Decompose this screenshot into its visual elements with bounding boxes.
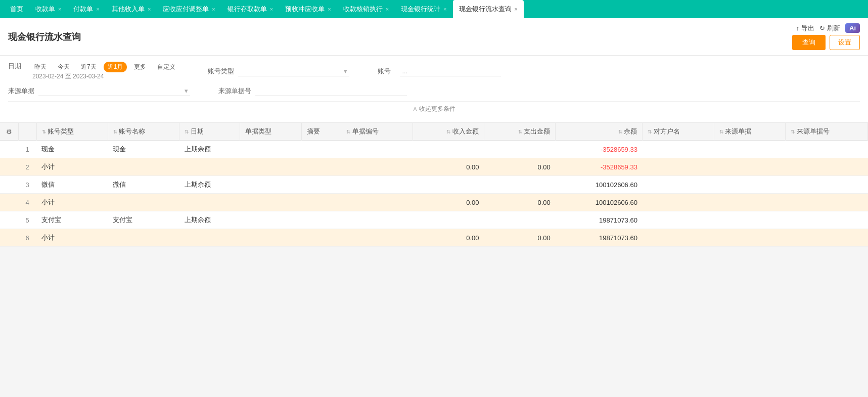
cell-income — [413, 176, 484, 194]
cell-checkbox — [0, 158, 18, 176]
header-actions-row: ↑ 导出 ↻ 刷新 Ai — [796, 23, 860, 33]
source-doc-select[interactable]: ▾ — [38, 86, 190, 96]
cell-account-name — [108, 229, 179, 247]
account-type-filter-group: 账号类型 ▾ — [208, 66, 349, 76]
date-opt-more[interactable]: 更多 — [130, 62, 150, 72]
nav-home-label: 首页 — [10, 5, 23, 14]
cell-rownum: 5 — [18, 211, 36, 229]
date-opt-yesterday[interactable]: 昨天 — [30, 62, 51, 72]
tab-close[interactable]: × — [96, 6, 99, 12]
date-filter-group: 日期 昨天 今天 近7天 近1月 更多 自定义 2023-02-24 至 202… — [8, 62, 179, 81]
page-header: 现金银行流水查询 ↑ 导出 ↻ 刷新 Ai 查询 设置 — [0, 18, 868, 56]
tab-qitashouru[interactable]: 其他收入单 × — [106, 0, 157, 18]
tab-label: 预收冲应收单 — [285, 5, 325, 14]
cell-rownum: 6 — [18, 229, 36, 247]
source-doc-no-label: 来源单据号 — [218, 86, 251, 96]
cell-summary — [302, 211, 341, 229]
cell-counterpart — [643, 194, 714, 211]
chevron-down-icon-2: ▾ — [185, 87, 188, 95]
refresh-icon: ↻ — [819, 24, 825, 32]
col-source-doc[interactable]: ⇅ 来源单据 — [714, 123, 785, 141]
account-type-label: 账号类型 — [208, 67, 234, 76]
cell-account-type: 支付宝 — [36, 211, 108, 229]
tab-xianjinyinhangtongji[interactable]: 现金银行统计 × — [395, 0, 452, 18]
tab-close[interactable]: × — [386, 6, 389, 12]
tab-yushouzhong[interactable]: 预收冲应收单 × — [279, 0, 337, 18]
col-account-type[interactable]: ⇅ 账号类型 — [36, 123, 108, 141]
sort-icon: ⇅ — [791, 129, 795, 135]
cell-source-doc — [714, 176, 785, 194]
col-expense[interactable]: ⇅ 支出金额 — [484, 123, 555, 141]
col-settings[interactable]: ⚙ — [0, 123, 18, 141]
col-counterpart[interactable]: ⇅ 对方户名 — [643, 123, 714, 141]
cell-expense: 0.00 — [484, 158, 555, 176]
cell-expense: 0.00 — [484, 194, 555, 211]
nav-home[interactable]: 首页 — [4, 0, 29, 18]
query-button[interactable]: 查询 — [792, 35, 826, 50]
tab-yinhangcunqu[interactable]: 银行存取款单 × — [221, 0, 279, 18]
col-date[interactable]: ⇅ 日期 — [179, 123, 240, 141]
chevron-down-icon: ▾ — [344, 67, 347, 75]
cell-doc-type — [240, 141, 302, 158]
export-button[interactable]: ↑ 导出 — [796, 24, 815, 33]
tab-shoukuanhexiao[interactable]: 收款核销执行 × — [337, 0, 395, 18]
cell-source-doc-no — [785, 158, 867, 176]
cell-expense: 0.00 — [484, 229, 555, 247]
cell-counterpart — [643, 176, 714, 194]
tab-close[interactable]: × — [212, 6, 215, 12]
cell-checkbox — [0, 176, 18, 194]
cell-rownum: 3 — [18, 176, 36, 194]
tab-liushui[interactable]: 现金银行流水查询 × — [453, 0, 524, 18]
tab-yingshouyingfu[interactable]: 应收应付调整单 × — [157, 0, 221, 18]
export-icon: ↑ — [796, 24, 800, 32]
table-row: 1现金现金上期余额-3528659.33 — [0, 141, 868, 158]
tab-close[interactable]: × — [443, 6, 446, 12]
date-label: 日期 — [8, 62, 26, 71]
cell-doc-type — [240, 211, 302, 229]
cell-source-doc-no — [785, 194, 867, 211]
cell-source-doc-no — [785, 211, 867, 229]
col-source-doc-no[interactable]: ⇅ 来源单据号 — [785, 123, 867, 141]
tab-label: 付款单 — [73, 5, 93, 14]
col-account-name[interactable]: ⇅ 账号名称 — [108, 123, 179, 141]
col-balance[interactable]: ⇅ 余额 — [556, 123, 643, 141]
tab-label: 现金银行统计 — [401, 5, 440, 14]
date-opt-today[interactable]: 今天 — [54, 62, 74, 72]
tab-close[interactable]: × — [328, 6, 331, 12]
date-opt-7days[interactable]: 近7天 — [77, 62, 101, 72]
gear-icon: ⚙ — [6, 128, 12, 136]
tab-label: 收款单 — [35, 5, 55, 14]
cell-income: 0.00 — [413, 194, 484, 211]
table-container: ⚙ ⇅ 账号类型 ⇅ 账号名称 ⇅ 日期 单据类型 — [0, 123, 868, 247]
tab-close[interactable]: × — [270, 6, 273, 12]
account-type-select[interactable]: ▾ — [238, 66, 349, 76]
tab-shoukuandan[interactable]: 收款单 × — [29, 0, 67, 18]
source-doc-no-input[interactable] — [255, 86, 407, 96]
cell-summary — [302, 158, 341, 176]
col-income[interactable]: ⇅ 收入金额 — [413, 123, 484, 141]
cell-checkbox — [0, 194, 18, 211]
refresh-button[interactable]: ↻ 刷新 — [819, 24, 840, 33]
tab-close[interactable]: × — [58, 6, 61, 12]
source-doc-filter-group: 来源单据 ▾ — [8, 86, 190, 96]
collapse-bar[interactable]: ∧ 收起更多条件 — [8, 101, 860, 116]
ai-badge[interactable]: Ai — [845, 23, 860, 33]
cell-doc-no — [341, 229, 413, 247]
tab-fukuandan[interactable]: 付款单 × — [67, 0, 105, 18]
sort-icon: ⇅ — [518, 129, 522, 135]
source-doc-label: 来源单据 — [8, 86, 34, 96]
cell-income — [413, 211, 484, 229]
date-opt-1month[interactable]: 近1月 — [104, 62, 127, 72]
tab-close[interactable]: × — [148, 6, 151, 12]
cell-source-doc — [714, 194, 785, 211]
cell-source-doc — [714, 211, 785, 229]
sort-icon: ⇅ — [185, 129, 189, 135]
tab-close[interactable]: × — [515, 6, 518, 12]
main-table: ⚙ ⇅ 账号类型 ⇅ 账号名称 ⇅ 日期 单据类型 — [0, 123, 868, 247]
cell-doc-no — [341, 158, 413, 176]
settings-button[interactable]: 设置 — [830, 35, 860, 50]
cell-source-doc-no — [785, 229, 867, 247]
col-doc-no[interactable]: ⇅ 单据编号 — [341, 123, 413, 141]
date-opt-custom[interactable]: 自定义 — [153, 62, 179, 72]
cell-balance: 100102606.60 — [556, 176, 643, 194]
